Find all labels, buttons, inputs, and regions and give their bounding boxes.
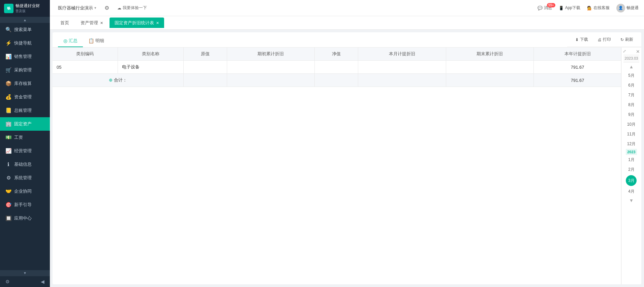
tab-home[interactable]: 首页 (55, 18, 74, 28)
table-cell (183, 61, 227, 74)
online-service-action[interactable]: 💁 在线客服 (587, 5, 610, 11)
print-icon: 🖨 (597, 37, 602, 42)
sidebar-item-search[interactable]: 🔍 搜索菜单 (0, 23, 50, 36)
download-button[interactable]: ⬇ 下载 (573, 35, 591, 44)
purchase-icon: 🛒 (5, 67, 11, 73)
sidebar-item-purchase[interactable]: 🛒 采购管理 (0, 63, 50, 77)
total-cell (358, 74, 446, 87)
date-month-item[interactable]: 5月 (626, 71, 637, 81)
refresh-button[interactable]: ↻ 刷新 (618, 35, 636, 44)
table-cell (446, 61, 534, 74)
sidebar-item-basic-info[interactable]: ℹ 基础信息 (0, 158, 50, 171)
depreciation-table: 类别编码类别名称原值期初累计折旧净值本月计提折旧期末累计折旧本年计提折旧 05电… (53, 47, 621, 87)
col-header: 本月计提折旧 (358, 47, 446, 61)
date-month-item[interactable]: 9月 (626, 110, 637, 120)
print-button[interactable]: 🖨 打印 (595, 35, 614, 44)
settings-icon[interactable]: ⚙ (5, 279, 10, 284)
app-download-action[interactable]: 📱 App下载 (559, 5, 580, 11)
chevron-down-icon: ▾ (94, 6, 96, 10)
tab-bar: 首页资产管理✕固定资产折旧统计表✕ (50, 16, 644, 30)
table-cell (358, 61, 446, 74)
sub-tab-label-detail: 明细 (95, 38, 104, 44)
enterprise-icon: 🤝 (5, 188, 11, 194)
date-nav-up[interactable]: ▲ (628, 63, 635, 71)
date-panel-items: 5月6月7月8月9月10月11月12月20231月2月3月4月▼ (626, 71, 637, 204)
message-badge: 99+ (547, 3, 555, 7)
sidebar-item-guide[interactable]: 🎯 新手引导 (0, 198, 50, 212)
total-cell (446, 74, 534, 87)
sub-tab-label-summary: 汇总 (69, 38, 78, 44)
content-body: 类别编码类别名称原值期初累计折旧净值本月计提折旧期末累计折旧本年计提折旧 05电… (53, 47, 641, 284)
date-nav-down[interactable]: ▼ (626, 196, 637, 204)
sidebar-item-salary[interactable]: 💵 工资 (0, 131, 50, 144)
table-wrap: 类别编码类别名称原值期初累计折旧净值本月计提折旧期末累计折旧本年计提折旧 05电… (53, 47, 621, 284)
basic-info-icon: ℹ (5, 161, 11, 167)
date-month-item[interactable]: 6月 (626, 81, 637, 90)
total-cell (227, 74, 315, 87)
sidebar-item-sales[interactable]: 📊 销售管理 (0, 50, 50, 63)
header-settings-icon[interactable]: ⚙ (103, 3, 111, 12)
finance-icon: 💰 (5, 94, 11, 100)
sidebar-scroll-down[interactable]: ▼ (0, 270, 50, 276)
date-panel-header: 2023.03 (623, 54, 640, 63)
tab-close-asset-mgmt[interactable]: ✕ (100, 21, 103, 25)
sidebar: 畅 畅捷通好业财 普及版 ▲ 🔍 搜索菜单⚡ 快捷导航📊 销售管理🛒 采购管理📦… (0, 0, 50, 287)
collapse-icon[interactable]: ◀ (41, 279, 44, 284)
sub-tab-detail[interactable]: 📋 明细 (83, 35, 110, 47)
table-cell: 05 (53, 61, 118, 74)
message-action[interactable]: 💬 消息 99+ (538, 5, 552, 11)
date-month-item[interactable]: 2月 (626, 165, 637, 174)
logo-text-block: 畅捷通好业财 普及版 (16, 3, 40, 13)
message-icon: 💬 (538, 6, 543, 10)
date-month-item[interactable]: 12月 (626, 139, 637, 149)
sidebar-scroll-up[interactable]: ▲ (0, 17, 50, 23)
table-row[interactable]: 05电子设备791.67 (53, 61, 621, 74)
sidebar-item-finance[interactable]: 💰 资金管理 (0, 90, 50, 104)
date-month-item[interactable]: 3月 (626, 175, 637, 186)
sidebar-item-label: 经营管理 (14, 148, 32, 154)
total-icon: ⊕ (109, 77, 113, 83)
panel-close-icon[interactable]: ✕ (636, 49, 640, 54)
download-icon: ⬇ (575, 37, 579, 42)
online-service-label: 在线客服 (593, 5, 610, 11)
sidebar-item-operations[interactable]: 📈 经营管理 (0, 144, 50, 158)
sidebar-item-sys-mgmt[interactable]: ⚙ 系统管理 (0, 171, 50, 185)
date-month-item[interactable]: 11月 (626, 129, 637, 139)
date-month-item[interactable]: 7月 (626, 90, 637, 100)
date-month-item[interactable]: 10月 (626, 120, 637, 129)
date-month-item[interactable]: 8月 (626, 100, 637, 110)
content-area: ◎ 汇总📋 明细 ⬇ 下载 🖨 打印 ↻ 刷新 (53, 32, 641, 284)
sub-tab-summary[interactable]: ◎ 汇总 (58, 35, 83, 47)
sidebar-item-ledger[interactable]: 📒 总账管理 (0, 104, 50, 117)
experience-label: 我要体验一下 (123, 5, 147, 11)
experience-button[interactable]: ☁ 我要体验一下 (115, 4, 150, 12)
total-cell: 791.67 (534, 74, 621, 87)
sidebar-item-label: 库存核算 (14, 81, 32, 87)
sidebar-item-quick-nav[interactable]: ⚡ 快捷导航 (0, 36, 50, 50)
sidebar-item-fixed-assets[interactable]: 🏢 固定资产 (0, 117, 50, 131)
date-month-item[interactable]: 4月 (626, 187, 637, 196)
tab-depreciation-report[interactable]: 固定资产折旧统计表✕ (110, 18, 164, 28)
user-action[interactable]: 👤 畅捷通 (616, 4, 639, 12)
company-selector[interactable]: 医疗器械行业演示 ▾ (55, 4, 99, 12)
date-month-item[interactable]: 1月 (626, 155, 637, 165)
top-header: 医疗器械行业演示 ▾ ⚙ ☁ 我要体验一下 💬 消息 99+ 📱 App下载 💁… (50, 0, 644, 16)
sidebar-item-inventory[interactable]: 📦 库存核算 (0, 77, 50, 90)
sidebar-item-app-center[interactable]: 🔲 应用中心 (0, 212, 50, 225)
panel-expand-icon[interactable]: ⤢ (623, 49, 626, 54)
date-panel: ⤢ ✕ 2023.03 ▲ 5月6月7月8月9月10月11月12月20231月2… (621, 47, 641, 284)
app-download-icon: 📱 (559, 6, 564, 10)
tab-label-depreciation-report: 固定资产折旧统计表 (115, 20, 154, 26)
total-row: ⊕合计：791.67 (53, 74, 621, 87)
sidebar-item-label: 新手引导 (14, 202, 32, 208)
logo-name: 畅捷通好业财 (16, 3, 40, 9)
tab-label-home: 首页 (60, 20, 69, 26)
table-cell (315, 61, 358, 74)
sub-tab-icon-detail: 📋 (88, 38, 94, 43)
sidebar-item-enterprise[interactable]: 🤝 企业协同 (0, 185, 50, 198)
tab-asset-mgmt[interactable]: 资产管理✕ (75, 18, 108, 28)
table-body: 05电子设备791.67⊕合计：791.67 (53, 61, 621, 87)
header-right: 💬 消息 99+ 📱 App下载 💁 在线客服 👤 畅捷通 (538, 4, 639, 12)
tab-close-depreciation-report[interactable]: ✕ (156, 21, 159, 25)
main-area: 医疗器械行业演示 ▾ ⚙ ☁ 我要体验一下 💬 消息 99+ 📱 App下载 💁… (50, 0, 644, 287)
